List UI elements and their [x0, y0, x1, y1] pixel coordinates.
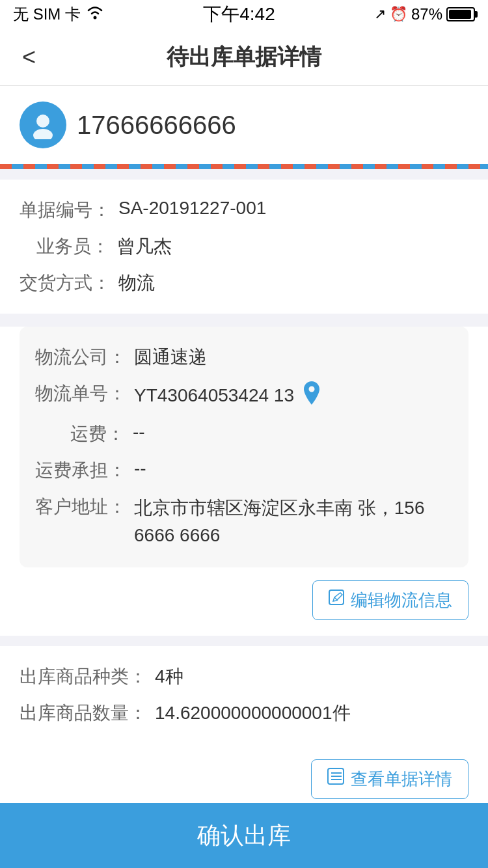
dashed-divider	[0, 164, 488, 169]
delivery-label: 交货方式：	[20, 271, 118, 295]
logistics-section: 物流公司： 圆通速递 物流单号： YT43064053424 13 运费： --	[0, 327, 488, 636]
alarm-icon: ⏰	[390, 6, 407, 23]
delivery-value: 物流	[118, 271, 468, 295]
customer-phone: 17666666666	[77, 111, 236, 140]
address-value: 北京市市辖区海淀区永丰南 张，156 6666 6666	[134, 495, 453, 549]
order-no-value: SA-20191227-001	[118, 198, 468, 219]
freight-bear-row: 运费承担： --	[35, 458, 453, 483]
edit-button-container: 编辑物流信息	[0, 580, 488, 636]
address-row: 客户地址： 北京市市辖区海淀区永丰南 张，156 6666 6666	[35, 495, 453, 549]
svg-point-0	[94, 16, 97, 20]
salesman-row: 业务员： 曾凡杰	[20, 234, 468, 259]
carrier-label: 无 SIM 卡	[13, 4, 81, 25]
address-label: 客户地址：	[35, 495, 134, 519]
view-detail-label: 查看单据详情	[351, 768, 452, 791]
freight-row: 运费： --	[35, 422, 453, 446]
logistics-tracking-value: YT43064053424 13	[134, 381, 453, 410]
wifi-icon	[86, 5, 104, 23]
logistics-company-value: 圆通速递	[134, 345, 453, 370]
battery-icon	[446, 7, 475, 21]
page-title: 待出库单据详情	[167, 42, 321, 72]
logistics-company-row: 物流公司： 圆通速递	[35, 345, 453, 370]
view-detail-button[interactable]: 查看单据详情	[311, 759, 468, 799]
back-button[interactable]: <	[16, 37, 42, 77]
avatar	[20, 102, 66, 148]
logistics-card: 物流公司： 圆通速递 物流单号： YT43064053424 13 运费： --	[20, 327, 468, 567]
status-right: ↗ ⏰ 87%	[374, 5, 475, 23]
status-bar: 无 SIM 卡 下午4:42 ↗ ⏰ 87%	[0, 0, 488, 29]
logistics-company-label: 物流公司：	[35, 345, 134, 370]
salesman-label: 业务员：	[20, 234, 117, 259]
goods-quantity-row: 出库商品数量： 14.620000000000001件	[20, 701, 468, 726]
confirm-bar[interactable]: 确认出库	[0, 803, 488, 868]
goods-types-row: 出库商品种类： 4种	[20, 664, 468, 689]
list-icon	[327, 768, 346, 791]
edit-logistics-label: 编辑物流信息	[351, 589, 452, 612]
confirm-label: 确认出库	[197, 820, 291, 852]
goods-section: 出库商品种类： 4种 出库商品数量： 14.620000000000001件	[0, 646, 488, 744]
status-left: 无 SIM 卡	[13, 4, 104, 25]
edit-logistics-button[interactable]: 编辑物流信息	[312, 580, 468, 620]
svg-point-1	[36, 115, 49, 128]
freight-label: 运费：	[35, 422, 133, 446]
edit-icon	[329, 590, 346, 611]
map-pin-icon[interactable]	[302, 381, 321, 410]
order-info-section: 单据编号： SA-20191227-001 业务员： 曾凡杰 交货方式： 物流	[0, 180, 488, 314]
battery-percent: 87%	[411, 5, 442, 23]
logistics-tracking-row: 物流单号： YT43064053424 13	[35, 381, 453, 410]
freight-bear-label: 运费承担：	[35, 458, 134, 483]
logistics-tracking-label: 物流单号：	[35, 381, 134, 406]
freight-bear-value: --	[134, 458, 453, 479]
freight-value: --	[133, 422, 453, 442]
goods-types-value: 4种	[155, 664, 183, 689]
order-no-label: 单据编号：	[20, 198, 118, 223]
goods-types-label: 出库商品种类：	[20, 664, 155, 689]
location-icon: ↗	[374, 6, 386, 23]
nav-bar: < 待出库单据详情	[0, 29, 488, 86]
order-no-row: 单据编号： SA-20191227-001	[20, 198, 468, 223]
goods-quantity-label: 出库商品数量：	[20, 701, 155, 726]
time-label: 下午4:42	[203, 2, 275, 27]
goods-quantity-value: 14.620000000000001件	[155, 701, 351, 726]
svg-point-2	[33, 129, 53, 139]
svg-rect-3	[329, 590, 344, 604]
delivery-row: 交货方式： 物流	[20, 271, 468, 295]
salesman-value: 曾凡杰	[117, 234, 468, 259]
customer-header: 17666666666	[0, 86, 488, 164]
section-divider	[0, 636, 488, 646]
